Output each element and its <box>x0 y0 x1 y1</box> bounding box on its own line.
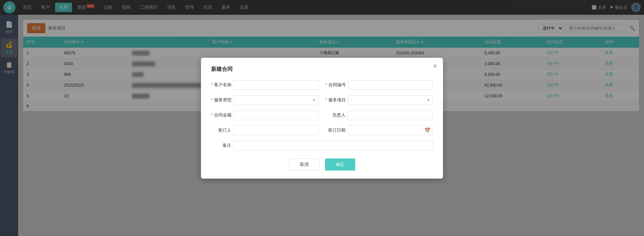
modal-overlay: ✕ 新建合同 客户名称 合同编号 服务类型 <box>18 15 644 236</box>
form-group-sign-date: 签订日期 2023-06-06 📅 <box>325 126 433 135</box>
contract-no-input[interactable] <box>348 80 433 90</box>
new-contract-modal: ✕ 新建合同 客户名称 合同编号 服务类型 <box>201 58 443 179</box>
form-group-signer: 签订人 <box>211 126 319 135</box>
sign-date-label: 签订日期 <box>325 127 346 133</box>
form-group-customer-name: 客户名称 <box>211 80 319 90</box>
form-row-3: 合同金额 0.00 负责人 <box>211 110 433 120</box>
signer-input[interactable] <box>233 126 319 135</box>
remark-label: 备注 <box>211 142 231 148</box>
form-group-contract-no: 合同编号 <box>325 80 433 90</box>
form-row-4: 签订人 签订日期 2023-06-06 📅 <box>211 126 433 135</box>
cancel-button[interactable]: 取消 <box>289 158 320 171</box>
service-item-select[interactable] <box>348 95 433 105</box>
sign-date-input[interactable]: 2023-06-06 <box>348 126 433 135</box>
form-row-1: 客户名称 合同编号 <box>211 80 433 90</box>
content-area: 新增 服务项目 进行中 已完成 已终止 🔍 序号 合同编号⇅ <box>18 15 644 236</box>
form-row-5: 备注 <box>211 141 433 150</box>
remark-input[interactable] <box>233 141 433 150</box>
service-item-label: 服务项目 <box>325 97 346 103</box>
form-group-responsible: 负责人 <box>325 110 433 120</box>
modal-title: 新建合同 <box>211 66 433 73</box>
sign-date-wrapper: 2023-06-06 📅 <box>348 126 433 135</box>
service-item-select-wrapper: ▼ <box>348 95 433 105</box>
form-group-service-type: 服务类型 ▼ <box>211 95 319 105</box>
customer-name-input[interactable] <box>234 80 319 90</box>
service-type-select-wrapper: ▼ <box>234 95 319 105</box>
contract-no-label: 合同编号 <box>325 82 346 88</box>
form-row-2: 服务类型 ▼ 服务项目 ▼ <box>211 95 433 105</box>
main-layout: 📄 合同 💰 收费 📋 对账单 新增 服务项目 进行中 已完成 已终止 <box>0 15 644 236</box>
responsible-input[interactable] <box>348 110 433 120</box>
form-group-amount: 合同金额 0.00 <box>211 110 319 120</box>
modal-close-button[interactable]: ✕ <box>433 62 438 70</box>
service-type-select[interactable] <box>234 95 319 105</box>
form-group-remark: 备注 <box>211 141 433 150</box>
signer-label: 签订人 <box>211 127 231 133</box>
responsible-label: 负责人 <box>325 112 346 118</box>
customer-name-label: 客户名称 <box>211 82 232 88</box>
service-type-label: 服务类型 <box>211 97 232 103</box>
confirm-button[interactable]: 确定 <box>325 158 355 171</box>
amount-input[interactable]: 0.00 <box>234 110 319 120</box>
modal-footer: 取消 确定 <box>211 158 433 171</box>
form-group-service-item: 服务项目 ▼ <box>325 95 433 105</box>
amount-label: 合同金额 <box>211 112 232 118</box>
